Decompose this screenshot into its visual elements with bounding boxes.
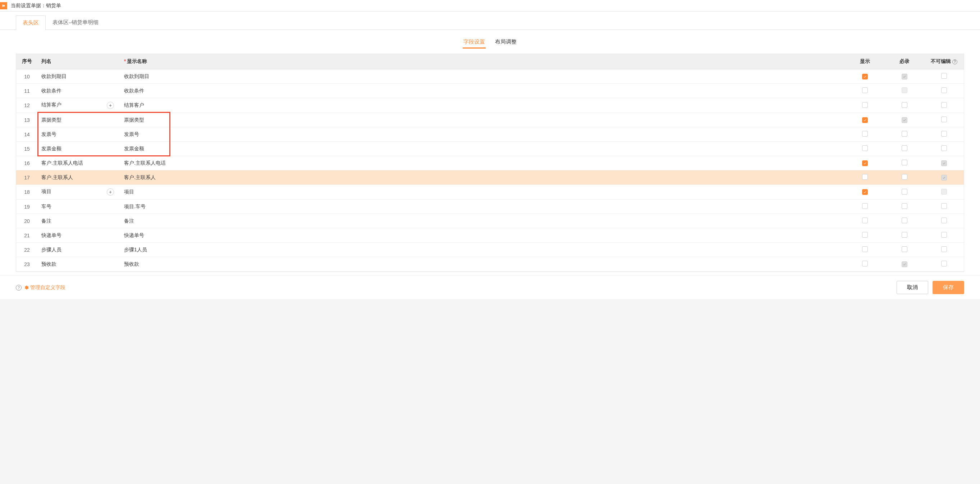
cell-show [845, 69, 885, 84]
checkbox-readonly[interactable] [941, 218, 947, 223]
cell-readonly [924, 84, 964, 98]
row-display-name[interactable]: 步骤1人员 [121, 243, 845, 257]
cell-required [885, 199, 924, 214]
table-row: 19车号项目.车号 [16, 199, 964, 214]
checkbox-required[interactable] [902, 160, 907, 166]
row-display-name[interactable]: 发票号 [121, 127, 845, 142]
checkbox-show[interactable] [862, 174, 868, 180]
checkbox-show[interactable] [862, 160, 868, 166]
row-display-name[interactable]: 结算客户 [121, 98, 845, 113]
sub-tab-1[interactable]: 布局调整 [494, 36, 517, 49]
cell-readonly [924, 199, 964, 214]
top-tab-0[interactable]: 表头区 [16, 16, 46, 30]
sub-tab-0[interactable]: 字段设置 [463, 36, 486, 49]
checkbox-required[interactable] [902, 203, 907, 209]
check-icon [863, 75, 867, 78]
row-name: 车号 [38, 199, 121, 214]
manage-custom-fields-link[interactable]: 管理自定义字段 [24, 285, 65, 291]
save-button[interactable]: 保存 [932, 281, 964, 294]
cell-required [885, 170, 924, 185]
cell-readonly [924, 228, 964, 243]
checkbox-show[interactable] [862, 145, 868, 151]
row-display-name[interactable]: 票据类型 [121, 113, 845, 127]
checkbox-readonly[interactable] [941, 232, 947, 238]
table-row: 20备注备注 [16, 214, 964, 228]
check-icon [903, 263, 906, 266]
expand-plus-button[interactable]: + [107, 188, 114, 196]
cell-readonly [924, 127, 964, 142]
row-name: 发票金额 [38, 142, 121, 156]
cell-show [845, 113, 885, 127]
row-display-name[interactable]: 收款到期日 [121, 69, 845, 84]
col-header-show: 显示 [845, 54, 885, 69]
checkbox-readonly[interactable] [941, 88, 947, 93]
checkbox-show[interactable] [862, 88, 868, 93]
checkbox-readonly[interactable] [941, 145, 947, 151]
cancel-button[interactable]: 取消 [897, 281, 928, 294]
checkbox-readonly[interactable] [941, 246, 947, 252]
row-name: 发票号 [38, 127, 121, 142]
checkbox-required[interactable] [902, 246, 907, 252]
cell-required [885, 185, 924, 199]
question-icon[interactable]: ? [16, 285, 22, 291]
row-name: 收款到期日 [38, 69, 121, 84]
field-table: 序号 列名 *显示名称 显示 必录 不可编辑? 10收款到期日收款到期日11收款… [16, 54, 964, 271]
help-icon[interactable]: ? [952, 59, 957, 64]
checkbox-readonly[interactable] [941, 102, 947, 108]
checkbox-show[interactable] [862, 261, 868, 266]
chevron-right-double-icon [2, 3, 6, 8]
checkbox-required[interactable] [902, 218, 907, 223]
checkbox-required [902, 261, 907, 267]
checkbox-readonly[interactable] [941, 131, 947, 137]
table-row: 16客户.主联系人电话客户.主联系人电话 [16, 156, 964, 170]
row-num: 20 [16, 214, 38, 228]
row-display-name[interactable]: 项目.车号 [121, 199, 845, 214]
row-num: 19 [16, 199, 38, 214]
expand-plus-button[interactable]: + [107, 102, 114, 109]
row-num: 17 [16, 170, 38, 185]
checkbox-show[interactable] [862, 203, 868, 209]
checkbox-show[interactable] [862, 232, 868, 238]
checkbox-required[interactable] [902, 174, 907, 180]
checkbox-readonly [941, 189, 947, 194]
checkbox-show[interactable] [862, 131, 868, 137]
row-display-name[interactable]: 备注 [121, 214, 845, 228]
footer-bar: ? 管理自定义字段 取消 保存 [0, 275, 980, 299]
cell-required [885, 127, 924, 142]
checkbox-required[interactable] [902, 102, 907, 108]
cell-show [845, 84, 885, 98]
footer-left: ? 管理自定义字段 [16, 285, 897, 291]
row-display-name[interactable]: 客户.主联系人 [121, 170, 845, 185]
checkbox-required[interactable] [902, 232, 907, 238]
col-header-num: 序号 [16, 54, 38, 69]
row-display-name[interactable]: 项目 [121, 185, 845, 199]
checkbox-show[interactable] [862, 246, 868, 252]
cell-show [845, 199, 885, 214]
checkbox-show[interactable] [862, 189, 868, 195]
checkbox-show[interactable] [862, 102, 868, 108]
checkbox-required[interactable] [902, 145, 907, 151]
collapse-button[interactable] [0, 2, 7, 10]
checkbox-readonly[interactable] [941, 116, 947, 122]
cell-readonly [924, 243, 964, 257]
checkbox-readonly[interactable] [941, 73, 947, 79]
cell-show [845, 185, 885, 199]
top-tab-1[interactable]: 表体区–销货单明细 [46, 15, 105, 30]
row-display-name[interactable]: 快递单号 [121, 228, 845, 243]
row-display-name[interactable]: 收款条件 [121, 84, 845, 98]
checkbox-show[interactable] [862, 218, 868, 223]
checkbox-readonly[interactable] [941, 203, 947, 209]
checkbox-required[interactable] [902, 131, 907, 137]
check-icon [863, 161, 867, 165]
row-display-name[interactable]: 客户.主联系人电话 [121, 156, 845, 170]
row-name: 快递单号 [38, 228, 121, 243]
row-display-name[interactable]: 发票金额 [121, 142, 845, 156]
checkbox-show[interactable] [862, 117, 868, 123]
checkbox-show[interactable] [862, 74, 868, 80]
table-row: 14发票号发票号 [16, 127, 964, 142]
checkbox-required[interactable] [902, 189, 907, 194]
checkbox-readonly [941, 175, 947, 180]
row-display-name[interactable]: 预收款 [121, 257, 845, 271]
sub-tabs: 字段设置布局调整 [0, 36, 980, 49]
checkbox-readonly[interactable] [941, 261, 947, 266]
